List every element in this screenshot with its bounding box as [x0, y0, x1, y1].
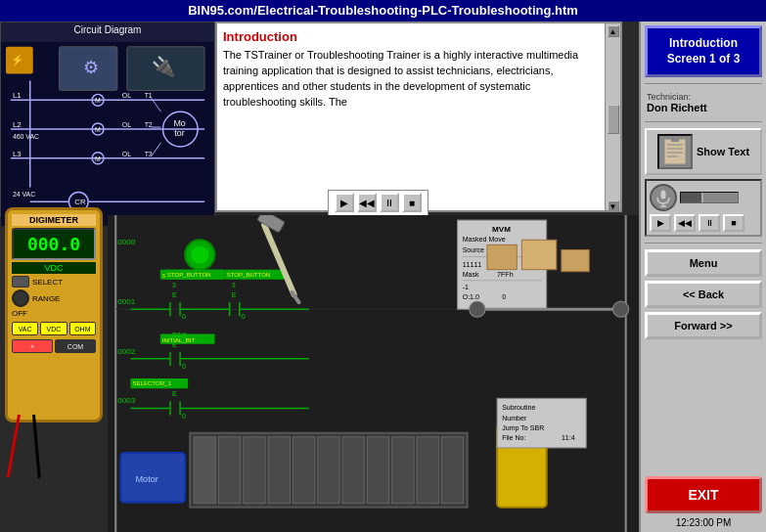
svg-rect-108 [441, 437, 463, 504]
technician-box: Technician: Don Richett [645, 90, 762, 115]
svg-text:L3: L3 [13, 150, 22, 158]
svg-text:11111: 11111 [463, 261, 482, 269]
audio-buttons-row: ▶ ◀◀ ⏸ ■ [650, 214, 757, 232]
play-button[interactable]: ▶ [335, 193, 354, 212]
terminal-com[interactable]: COM [55, 339, 96, 353]
svg-text:-1: -1 [463, 284, 469, 291]
intro-text: The TSTrainer or Troubleshooting Trainer… [223, 48, 601, 111]
show-text-row: Show Text [657, 134, 749, 169]
svg-text:Subroutine: Subroutine [502, 404, 535, 412]
svg-text:0000: 0000 [117, 238, 136, 246]
svg-text:L2: L2 [13, 120, 22, 129]
svg-text:E: E [172, 390, 177, 398]
forward-button[interactable]: Forward >> [645, 312, 762, 339]
svg-text:0: 0 [242, 313, 246, 321]
svg-rect-115 [562, 249, 589, 271]
menu-button[interactable]: Menu [645, 249, 762, 277]
svg-text:L1: L1 [13, 91, 22, 100]
media-controls: ▶ ◀◀ ⏸ ■ [328, 190, 428, 217]
svg-text:24 VAC: 24 VAC [13, 191, 35, 198]
svg-rect-107 [417, 437, 438, 504]
svg-text:0: 0 [182, 363, 186, 371]
svg-text:E: E [172, 291, 177, 299]
svg-text:0: 0 [182, 313, 186, 321]
terminal-vac[interactable]: VAC [12, 322, 38, 335]
meter-off: OFF [12, 309, 96, 318]
svg-text:File No:: File No: [502, 434, 525, 442]
show-text-icon [657, 134, 693, 169]
scroll-up[interactable]: ▲ [608, 25, 619, 37]
circuit-svg: L1 L2 L3 460 VAC 24 VAC M M M OL OL OL T [1, 37, 214, 231]
probe-red [7, 415, 21, 478]
svg-text:Number: Number [502, 415, 527, 422]
meter-range-row: RANGE [12, 289, 96, 307]
svg-text:E: E [172, 341, 177, 349]
svg-text:SELECTOR_1: SELECTOR_1 [132, 380, 171, 386]
meter-select-row: SELECT [12, 276, 96, 288]
svg-rect-133 [671, 137, 679, 142]
svg-text:OL: OL [122, 151, 131, 157]
svg-text:11:4: 11:4 [562, 434, 575, 442]
terminal-vdc[interactable]: VDC [40, 322, 67, 335]
svg-text:Jump To SBR: Jump To SBR [502, 424, 544, 432]
terminal-ohm[interactable]: OHM [69, 322, 96, 335]
terminal-plus[interactable]: + [12, 339, 53, 353]
svg-rect-102 [293, 437, 314, 504]
svg-text:Source: Source [463, 246, 484, 254]
exit-button[interactable]: EXIT [645, 476, 762, 513]
svg-text:Masked Move: Masked Move [463, 236, 506, 244]
svg-text:M: M [95, 155, 101, 162]
title-bar: BIN95.com/Electrical-Troubleshooting-PLC… [0, 0, 766, 22]
circuit-diagram: Circuit Diagram L1 L2 L3 460 VAC 24 VAC [0, 22, 215, 217]
svg-text:O:1.0: O:1.0 [463, 293, 479, 301]
mic-icon[interactable] [650, 184, 677, 211]
spacer [645, 343, 762, 472]
show-text-button[interactable]: Show Text [697, 146, 749, 157]
scroll-down[interactable]: ▼ [608, 200, 619, 212]
svg-text:🔌: 🔌 [152, 55, 176, 78]
audio-stop-btn[interactable]: ■ [723, 214, 744, 232]
svg-rect-104 [342, 437, 364, 504]
svg-text:STOP_BUTTON: STOP_BUTTON [167, 272, 211, 278]
audio-controls: ▶ ◀◀ ⏸ ■ [645, 179, 762, 237]
document-icon [660, 137, 690, 166]
svg-text:Motor: Motor [136, 474, 158, 484]
rewind-button[interactable]: ◀◀ [357, 193, 377, 212]
svg-text:MVM: MVM [492, 225, 511, 234]
svg-text:OL: OL [122, 121, 131, 128]
range-knob[interactable] [12, 289, 29, 307]
audio-play-btn[interactable]: ▶ [650, 214, 671, 232]
svg-rect-106 [392, 437, 414, 504]
technician-label: Technician: [647, 92, 760, 102]
svg-text:M: M [95, 97, 101, 104]
screen-line2: Screen 1 of 3 [667, 52, 741, 66]
svg-rect-98 [194, 437, 215, 504]
back-button[interactable]: << Back [645, 281, 762, 308]
volume-slider[interactable] [680, 192, 739, 203]
svg-text:0003: 0003 [117, 396, 136, 405]
svg-text:3: 3 [172, 282, 176, 289]
pause-button[interactable]: ⏸ [380, 193, 399, 212]
audio-rewind-btn[interactable]: ◀◀ [674, 214, 696, 232]
main-container: Circuit Diagram L1 L2 L3 460 VAC 24 VAC [0, 22, 766, 532]
audio-top-row [650, 184, 757, 211]
audio-pause-btn[interactable]: ⏸ [698, 214, 720, 232]
svg-rect-99 [219, 437, 241, 504]
svg-text:Mask: Mask [463, 271, 479, 279]
svg-text:0: 0 [502, 293, 506, 301]
stop-button[interactable]: ■ [402, 193, 422, 212]
svg-rect-100 [244, 437, 265, 504]
circuit-diagram-title: Circuit Diagram [1, 22, 214, 37]
intro-scrollbar[interactable]: ▲ ▼ [605, 23, 620, 212]
select-btn[interactable] [12, 276, 29, 288]
svg-text:0002: 0002 [117, 347, 136, 356]
svg-point-118 [613, 301, 629, 317]
show-text-area: Show Text [645, 128, 762, 175]
divider-2 [645, 121, 762, 122]
left-area: Circuit Diagram L1 L2 L3 460 VAC 24 VAC [0, 22, 639, 532]
intro-title: Introduction [223, 29, 601, 44]
scroll-thumb[interactable] [608, 105, 619, 134]
svg-point-117 [470, 301, 485, 317]
ladder-svg: 0000 STOP_BUTTON 0001 STOP_BUTTON [108, 215, 639, 532]
screen-line1: Introduction [669, 36, 738, 50]
